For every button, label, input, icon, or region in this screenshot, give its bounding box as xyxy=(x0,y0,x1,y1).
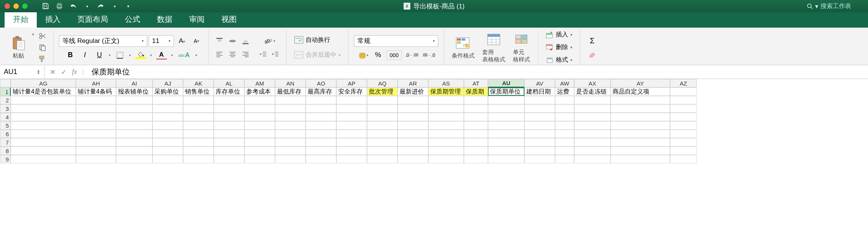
cell[interactable] xyxy=(275,155,306,163)
comma-style-button[interactable]: 000 xyxy=(387,51,402,60)
cell[interactable] xyxy=(428,138,464,146)
cell[interactable] xyxy=(275,113,306,121)
cell[interactable] xyxy=(367,121,398,130)
cell[interactable] xyxy=(555,146,574,155)
tab-view[interactable]: 视图 xyxy=(213,11,245,28)
cell[interactable] xyxy=(11,113,76,121)
cell[interactable] xyxy=(670,87,697,96)
cell[interactable] xyxy=(367,130,398,138)
cell[interactable] xyxy=(275,130,306,138)
cell[interactable] xyxy=(488,104,524,113)
cell[interactable] xyxy=(488,96,524,104)
orientation-button[interactable]: ab▾ xyxy=(262,36,277,46)
fill-color-dropdown-icon[interactable]: ▾ xyxy=(150,53,152,57)
merge-center-button[interactable]: 合并后居中 ▾ xyxy=(292,50,343,60)
cell[interactable]: 安全库存 xyxy=(336,87,367,96)
cell[interactable] xyxy=(488,113,524,121)
cell[interactable] xyxy=(611,113,670,121)
cell[interactable] xyxy=(611,146,670,155)
align-top-button[interactable] xyxy=(214,36,225,46)
column-header[interactable]: AW xyxy=(555,79,574,87)
print-icon[interactable] xyxy=(55,2,64,10)
cell[interactable] xyxy=(116,104,152,113)
column-header[interactable]: AH xyxy=(76,79,116,87)
increase-indent-button[interactable] xyxy=(270,49,281,59)
cell[interactable]: 商品自定义项 xyxy=(611,87,670,96)
cell[interactable] xyxy=(670,113,697,121)
cell[interactable] xyxy=(555,155,574,163)
cell[interactable] xyxy=(398,146,428,155)
cell[interactable]: 采购单位 xyxy=(152,87,183,96)
spreadsheet-grid[interactable]: AGAHAIAJAKALAMANAOAPAQARASATAUAVAWAXAYAZ… xyxy=(0,79,868,163)
align-left-button[interactable] xyxy=(214,49,225,59)
cell[interactable] xyxy=(152,113,183,121)
cell[interactable] xyxy=(555,138,574,146)
cell[interactable] xyxy=(488,121,524,130)
cell[interactable] xyxy=(488,130,524,138)
search-box[interactable]: ▾ xyxy=(807,3,863,10)
cell[interactable] xyxy=(244,113,275,121)
paste-dropdown-icon[interactable]: ▾ xyxy=(32,32,34,36)
cell[interactable] xyxy=(214,113,244,121)
column-header[interactable]: AO xyxy=(306,79,336,87)
tab-home[interactable]: 开始 xyxy=(5,11,37,28)
cell[interactable] xyxy=(11,138,76,146)
border-dropdown-icon[interactable]: ▾ xyxy=(129,53,131,57)
cell[interactable] xyxy=(367,146,398,155)
cell[interactable] xyxy=(336,104,367,113)
phonetic-button[interactable]: abcA xyxy=(177,51,192,60)
cell[interactable]: 销售单位 xyxy=(183,87,214,96)
cell[interactable] xyxy=(555,96,574,104)
cell[interactable] xyxy=(244,138,275,146)
cell[interactable] xyxy=(670,130,697,138)
delete-cells-button[interactable]: 删除▾ xyxy=(544,43,575,52)
cell[interactable] xyxy=(76,138,116,146)
cell[interactable] xyxy=(555,104,574,113)
column-header[interactable]: AZ xyxy=(670,79,697,87)
column-header[interactable]: AM xyxy=(244,79,275,87)
cell[interactable] xyxy=(464,104,488,113)
maximize-window-icon[interactable] xyxy=(22,3,28,9)
bold-button[interactable]: B xyxy=(65,51,76,60)
cell[interactable] xyxy=(214,155,244,163)
cell[interactable] xyxy=(76,113,116,121)
align-middle-button[interactable] xyxy=(227,36,238,46)
underline-dropdown-icon[interactable]: ▾ xyxy=(109,53,111,57)
increase-font-button[interactable]: A▴ xyxy=(175,36,188,46)
underline-button[interactable]: U xyxy=(94,51,105,60)
column-header[interactable]: AU xyxy=(488,79,524,87)
minimize-window-icon[interactable] xyxy=(13,3,19,9)
cell[interactable] xyxy=(574,96,611,104)
cell[interactable] xyxy=(116,96,152,104)
cell[interactable] xyxy=(116,138,152,146)
align-bottom-button[interactable] xyxy=(240,36,251,46)
cell[interactable] xyxy=(183,121,214,130)
cell[interactable] xyxy=(152,96,183,104)
cell[interactable] xyxy=(428,96,464,104)
cell[interactable] xyxy=(183,138,214,146)
cell[interactable] xyxy=(464,96,488,104)
cell[interactable] xyxy=(336,155,367,163)
conditional-format-button[interactable]: 条件格式 xyxy=(449,34,477,61)
column-header[interactable]: AQ xyxy=(367,79,398,87)
cell[interactable] xyxy=(306,96,336,104)
cell[interactable] xyxy=(524,121,555,130)
cell[interactable] xyxy=(670,138,697,146)
cell[interactable] xyxy=(670,121,697,130)
cell[interactable] xyxy=(488,155,524,163)
cell[interactable] xyxy=(611,96,670,104)
cell[interactable] xyxy=(76,155,116,163)
cell[interactable]: 参考成本 xyxy=(244,87,275,96)
clear-button[interactable] xyxy=(586,49,599,59)
cell[interactable] xyxy=(336,96,367,104)
cell[interactable] xyxy=(524,155,555,163)
column-header[interactable]: AS xyxy=(428,79,464,87)
row-header[interactable]: 9 xyxy=(0,155,11,163)
cell[interactable]: 运费 xyxy=(555,87,574,96)
fx-icon[interactable]: fx xyxy=(72,68,77,76)
font-size-select[interactable]: 11▾ xyxy=(149,35,174,47)
cell[interactable] xyxy=(524,138,555,146)
increase-decimal-button[interactable]: .0←.00 xyxy=(405,51,419,60)
tab-data[interactable]: 数据 xyxy=(149,11,181,28)
cell[interactable] xyxy=(11,121,76,130)
